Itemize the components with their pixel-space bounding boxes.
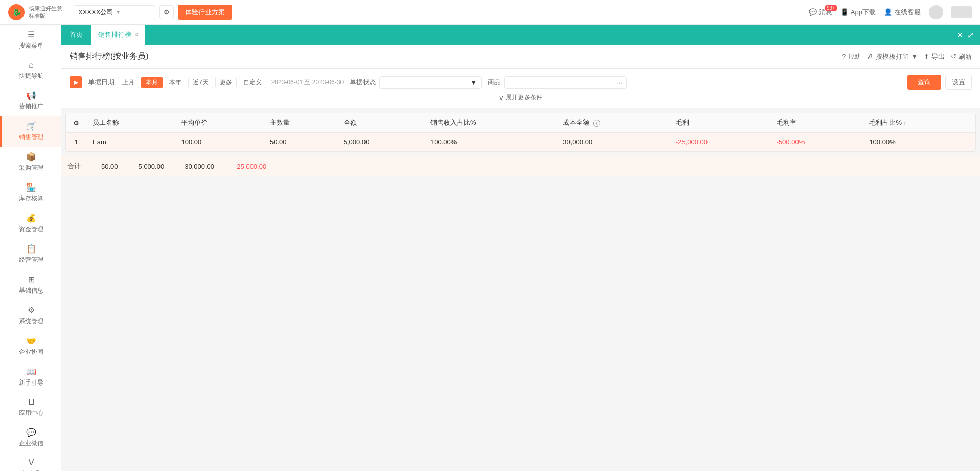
message-badge: 99+ [825,5,837,11]
sales-icon: 🛒 [26,121,36,131]
sidebar-item-enterprise-collab[interactable]: 🤝 企业协同 [0,331,61,362]
col-avg-price: 平均单价 [175,113,263,133]
prev-period-button[interactable]: 上月 [118,77,139,88]
company-selector[interactable]: XXXXX公司 ▼ [74,5,155,19]
expand-icon: ∨ [499,94,504,101]
more-date-button[interactable]: 更多 [215,77,237,88]
filter-toggle-button[interactable]: ▶ [70,76,82,88]
query-button[interactable]: 查询 [907,75,941,90]
user-name-area [951,6,972,18]
tab-close-window-icon[interactable]: ✕ [956,30,963,40]
status-filter-item: 单据状态 ▼ [350,76,482,89]
tab-close-icon[interactable]: × [134,31,138,38]
sidebar-item-purchase[interactable]: 📦 采购管理 [0,147,61,177]
goods-filter-item: 商品 ··· [488,76,627,89]
cell-gross-profit: -25,000.00 [670,133,770,151]
date-range-text: 2023-06-01 至 2023-06-30 [271,78,344,87]
sidebar-item-basics[interactable]: ⊞ 基础信息 [0,270,61,300]
sidebar-item-system[interactable]: ⚙ 系统管理 [0,300,61,331]
filter-area: ▶ 单据日期 上月 本月 本年 近7天 更多 自定义 [61,69,980,108]
purchase-icon: 📦 [26,152,36,162]
finance-icon: 💰 [26,213,36,223]
refresh-button[interactable]: ↺ 刷新 [951,52,972,61]
sidebar-item-member[interactable]: V 畅会员 [0,453,61,471]
avatar[interactable] [929,5,943,19]
total-gross-item: -25,000.00 [235,163,266,170]
this-year-button[interactable]: 本年 [165,77,186,88]
member-icon: V [29,458,34,467]
cell-amount: 5,000.00 [337,133,424,151]
cell-rank: 1 [66,133,86,151]
app-download-link[interactable]: 📱 App下载 [840,8,876,17]
cell-gross-margin: -500.00% [770,133,863,151]
bottom-total-bar: 合计 50.00 5,000.00 30,000.00 -25,000.00 [61,156,980,176]
main-layout: ☰ 搜索菜单 ⌂ 快捷导航 📢 营销推广 🛒 销售管理 📦 采购管理 🏪 库存核… [0,25,980,471]
last7days-button[interactable]: 近7天 [188,77,213,88]
sidebar-item-sales[interactable]: 🛒 销售管理 [0,116,61,147]
settings-icon[interactable]: ⚙ [159,5,174,19]
logo-icon: 🐉 [8,4,25,20]
cell-cost-amount: 30,000.00 [557,133,670,151]
page-actions: ? 帮助 🖨 按模板打印 ▼ ⬆ 导出 ↺ [842,52,972,61]
sidebar-item-enterprise-wechat[interactable]: 💬 企业微信 [0,422,61,453]
sidebar-item-shortcut[interactable]: ⌂ 快捷导航 [0,55,61,85]
logo-area: 🐉 畅康通好生意 标准版 [8,4,70,20]
cell-employee: Eam [86,133,175,151]
cell-sales-pct: 100.00% [424,133,557,151]
logo-text: 畅康通好生意 标准版 [29,5,62,19]
sidebar-item-inventory[interactable]: 🏪 库存核算 [0,177,61,208]
table-body: 1 Eam 100.00 50.00 5,000.00 100.00% 30,0… [66,133,975,151]
col-amount: 全额 [337,113,424,133]
total-cost-item: 30,000.00 [185,163,214,170]
message-button[interactable]: 💬 消息 99+ [809,8,832,17]
sidebar-item-guide[interactable]: 📖 新手引导 [0,362,61,392]
tab-sales-ranking[interactable]: 销售排行榜 × [91,25,145,45]
expand-conditions-button[interactable]: ∨ 展开更多条件 [499,93,542,102]
basics-icon: ⊞ [28,275,35,284]
help-button[interactable]: ? 帮助 [842,52,861,61]
col-cost-amount: 成本全额 i [557,113,670,133]
service-icon: 👤 [884,8,892,16]
action-buttons: 查询 设置 [907,75,972,90]
app-center-icon: 🖥 [27,397,35,407]
col-sales-pct: 销售收入占比% [424,113,557,133]
filter-row-1: ▶ 单据日期 上月 本月 本年 近7天 更多 自定义 [70,75,972,90]
cost-info-icon[interactable]: i [593,120,600,127]
col-employee: 员工名称 [86,113,175,133]
sidebar-item-operations[interactable]: 📋 经营管理 [0,239,61,270]
collab-icon: 🤝 [26,336,36,346]
total-amount-item: 5,000.00 [139,163,165,170]
sidebar-item-finance[interactable]: 💰 资金管理 [0,208,61,239]
gross-pct-sort-icon: ↕ [904,120,906,126]
column-settings-icon[interactable]: ⚙ [73,119,79,127]
page-content: 销售排行榜(按业务员) ? 帮助 🖨 按模板打印 ▼ ⬆ [61,45,980,471]
print-chevron-icon: ▼ [911,53,918,60]
custom-date-button[interactable]: 自定义 [239,77,266,88]
col-settings[interactable]: ⚙ [66,113,86,133]
status-select[interactable]: ▼ [379,76,482,89]
template-print-button[interactable]: 🖨 按模板打印 ▼ [867,52,918,61]
sidebar-item-search[interactable]: ☰ 搜索菜单 [0,25,61,55]
cell-main-qty: 50.00 [264,133,337,151]
print-icon: 🖨 [867,53,874,60]
sidebar-item-app-center[interactable]: 🖥 应用中心 [0,392,61,422]
goods-more-icon: ··· [617,79,622,86]
help-icon: ? [842,53,846,60]
current-period-button[interactable]: 本月 [141,77,163,88]
marketing-icon: 📢 [26,91,36,100]
setting-button[interactable]: 设置 [945,75,972,90]
tab-maximize-icon[interactable]: ⤢ [967,30,974,40]
header-right: 💬 消息 99+ 📱 App下载 👤 在线客服 [809,5,972,19]
trial-button[interactable]: 体验行业方案 [178,5,232,20]
operations-icon: 📋 [26,244,36,254]
export-button[interactable]: ⬆ 导出 [924,52,945,61]
chevron-down-icon: ▼ [116,9,121,15]
date-filter-item: 单据日期 上月 本月 本年 近7天 更多 自定义 2023-06-01 至 20… [88,77,344,88]
goods-select[interactable]: ··· [504,76,627,89]
total-label-item: 合计 [67,162,81,171]
table-container: ⚙ 员工名称 平均单价 主数量 全额 销售收入占比% 成本全额 i [65,113,976,152]
col-gross-profit: 毛利 [670,113,770,133]
sidebar-item-marketing[interactable]: 📢 营销推广 [0,85,61,116]
online-service-link[interactable]: 👤 在线客服 [884,8,921,17]
tab-home[interactable]: 首页 [61,25,91,45]
